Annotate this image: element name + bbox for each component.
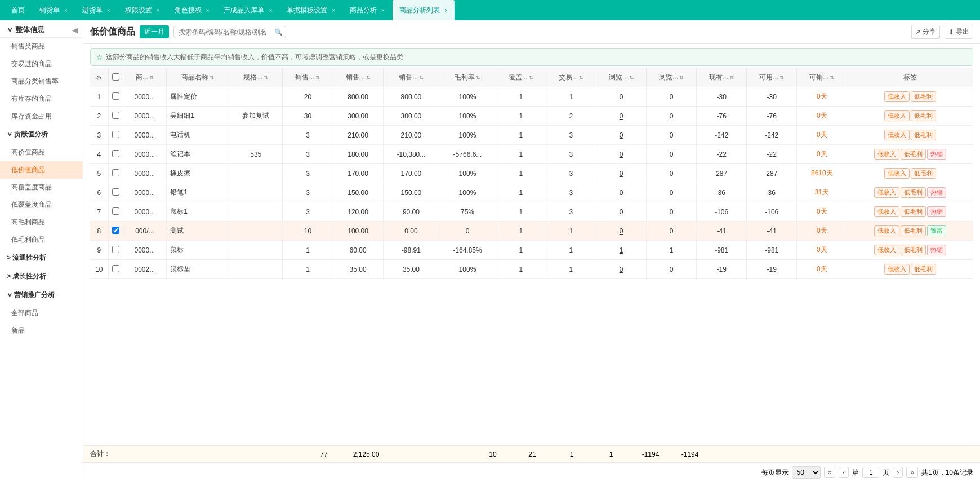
nav-product-analysis[interactable]: 商品分析 × xyxy=(343,0,391,20)
col-spec[interactable]: 规格...⇅ xyxy=(229,68,283,87)
row-browse1[interactable]: 0 xyxy=(596,202,646,222)
nav-close-template-settings[interactable]: × xyxy=(332,7,335,14)
browse1-value[interactable]: 0 xyxy=(620,189,623,197)
sidebar-item-stocked-products[interactable]: 有库存的商品 xyxy=(0,90,83,108)
sidebar-item-traded-products[interactable]: 交易过的商品 xyxy=(0,55,83,73)
row-checkbox-cell[interactable] xyxy=(108,202,123,222)
row-browse1[interactable]: 0 xyxy=(596,164,646,183)
share-button[interactable]: ↗ 分享 xyxy=(911,25,940,39)
settings-icon[interactable]: ⚙ xyxy=(96,74,102,82)
last-page-btn[interactable]: » xyxy=(906,467,918,478)
prev-page-btn[interactable]: ‹ xyxy=(839,467,849,478)
nav-close-product-stock[interactable]: × xyxy=(269,7,272,14)
row-browse1[interactable]: 0 xyxy=(596,126,646,145)
export-button[interactable]: ⬇ 导出 xyxy=(945,25,973,39)
search-icon[interactable]: 🔍 xyxy=(274,28,283,36)
row-checkbox[interactable] xyxy=(112,207,119,215)
nav-close-product-analysis[interactable]: × xyxy=(381,7,385,14)
col-sales-cost[interactable]: 销售...⇅ xyxy=(383,68,439,87)
sidebar-item-low-coverage[interactable]: 低覆盖度商品 xyxy=(0,196,83,214)
sidebar-item-category-sales-rate[interactable]: 商品分类销售率 xyxy=(0,73,83,90)
row-browse1[interactable]: 0 xyxy=(596,260,646,279)
col-saleable[interactable]: 可销...⇅ xyxy=(797,68,847,87)
nav-purchase-order[interactable]: 进货单 × xyxy=(75,0,117,20)
row-browse1[interactable]: 1 xyxy=(596,241,646,260)
browse1-value[interactable]: 0 xyxy=(620,151,623,158)
nav-close-purchase-order[interactable]: × xyxy=(107,7,110,14)
col-settings[interactable]: ⚙ xyxy=(90,68,108,87)
nav-close-roles[interactable]: × xyxy=(206,7,210,14)
row-browse1[interactable]: 0 xyxy=(596,183,646,202)
col-sales-amt[interactable]: 销售...⇅ xyxy=(333,68,383,87)
row-checkbox-cell[interactable] xyxy=(108,145,123,164)
col-browse2[interactable]: 浏览...⇅ xyxy=(647,68,697,87)
nav-product-analysis-list[interactable]: 商品分析列表 × xyxy=(393,0,455,20)
nav-close-sales-order[interactable]: × xyxy=(64,7,68,14)
sidebar-item-sales-products[interactable]: 销售类商品 xyxy=(0,38,83,55)
row-checkbox-cell[interactable] xyxy=(108,126,123,145)
browse1-value[interactable]: 0 xyxy=(620,112,623,120)
nav-product-stock[interactable]: 产成品入库单 × xyxy=(217,0,279,20)
row-checkbox-cell[interactable] xyxy=(108,87,123,107)
sidebar-item-low-value[interactable]: 低价值商品 xyxy=(0,161,83,179)
row-checkbox-cell[interactable] xyxy=(108,164,123,183)
col-coverage[interactable]: 覆盖...⇅ xyxy=(496,68,546,87)
sidebar-item-low-margin[interactable]: 低毛利商品 xyxy=(0,231,83,249)
sidebar-item-high-value[interactable]: 高价值商品 xyxy=(0,144,83,161)
row-checkbox-cell[interactable] xyxy=(108,241,123,260)
first-page-btn[interactable]: « xyxy=(824,467,836,478)
row-checkbox[interactable] xyxy=(112,265,119,272)
row-browse1[interactable]: 0 xyxy=(596,87,646,107)
per-page-select[interactable]: 50 100 xyxy=(792,466,821,479)
row-checkbox-cell[interactable] xyxy=(108,222,123,241)
next-page-btn[interactable]: › xyxy=(893,467,903,478)
select-all-checkbox[interactable] xyxy=(112,73,119,81)
row-checkbox[interactable] xyxy=(112,92,119,100)
row-browse1[interactable]: 0 xyxy=(596,107,646,126)
nav-sales-order[interactable]: 销货单 × xyxy=(33,0,74,20)
nav-close-product-analysis-list[interactable]: × xyxy=(444,7,448,14)
row-browse1[interactable]: 0 xyxy=(596,145,646,164)
nav-home[interactable]: 首页 xyxy=(5,0,32,20)
sidebar-section-growth[interactable]: > 成长性分析 xyxy=(0,267,83,286)
sidebar-item-all-products[interactable]: 全部商品 xyxy=(0,304,83,322)
sidebar-section-marketing[interactable]: ∨ 营销推广分析 xyxy=(0,286,83,304)
row-checkbox[interactable] xyxy=(112,227,119,234)
row-checkbox[interactable] xyxy=(112,188,119,196)
col-checkbox[interactable] xyxy=(108,68,123,87)
col-sales-qty[interactable]: 销售...⇅ xyxy=(283,68,333,87)
sidebar-collapse-btn[interactable]: ◀ xyxy=(72,25,78,34)
table-container[interactable]: ⚙ 商...⇅ 商品名称⇅ 规格...⇅ xyxy=(83,68,980,445)
col-current-stock[interactable]: 现有...⇅ xyxy=(697,68,747,87)
browse1-value[interactable]: 0 xyxy=(620,93,623,101)
sidebar-section-circulation[interactable]: > 流通性分析 xyxy=(0,249,83,267)
current-page-input[interactable] xyxy=(862,467,879,478)
browse1-value[interactable]: 0 xyxy=(620,131,623,139)
col-gross-margin[interactable]: 毛利率⇅ xyxy=(439,68,496,87)
row-checkbox-cell[interactable] xyxy=(108,107,123,126)
browse1-value[interactable]: 0 xyxy=(620,227,623,235)
browse1-value[interactable]: 0 xyxy=(620,170,623,178)
col-browse1[interactable]: 浏览...⇅ xyxy=(596,68,646,87)
col-code[interactable]: 商...⇅ xyxy=(123,68,167,87)
row-browse1[interactable]: 0 xyxy=(596,222,646,241)
col-transaction[interactable]: 交易...⇅ xyxy=(546,68,596,87)
row-checkbox[interactable] xyxy=(112,131,119,138)
nav-roles[interactable]: 角色授权 × xyxy=(168,0,216,20)
sidebar-section-contribution[interactable]: ∨ 贡献值分析 xyxy=(0,125,83,144)
search-input[interactable] xyxy=(173,26,286,38)
col-available[interactable]: 可用...⇅ xyxy=(747,68,797,87)
sidebar-item-high-coverage[interactable]: 高覆盖度商品 xyxy=(0,179,83,196)
browse1-value[interactable]: 0 xyxy=(620,208,623,216)
browse1-value[interactable]: 1 xyxy=(620,246,623,254)
row-checkbox-cell[interactable] xyxy=(108,260,123,279)
nav-close-permissions[interactable]: × xyxy=(157,7,160,14)
nav-permissions[interactable]: 权限设置 × xyxy=(118,0,167,20)
row-checkbox-cell[interactable] xyxy=(108,183,123,202)
row-checkbox[interactable] xyxy=(112,112,119,119)
row-checkbox[interactable] xyxy=(112,169,119,176)
sidebar-item-new-products[interactable]: 新品 xyxy=(0,322,83,339)
col-name[interactable]: 商品名称⇅ xyxy=(167,68,229,87)
nav-template-settings[interactable]: 单据模板设置 × xyxy=(280,0,342,20)
period-button[interactable]: 近一月 xyxy=(140,25,169,38)
